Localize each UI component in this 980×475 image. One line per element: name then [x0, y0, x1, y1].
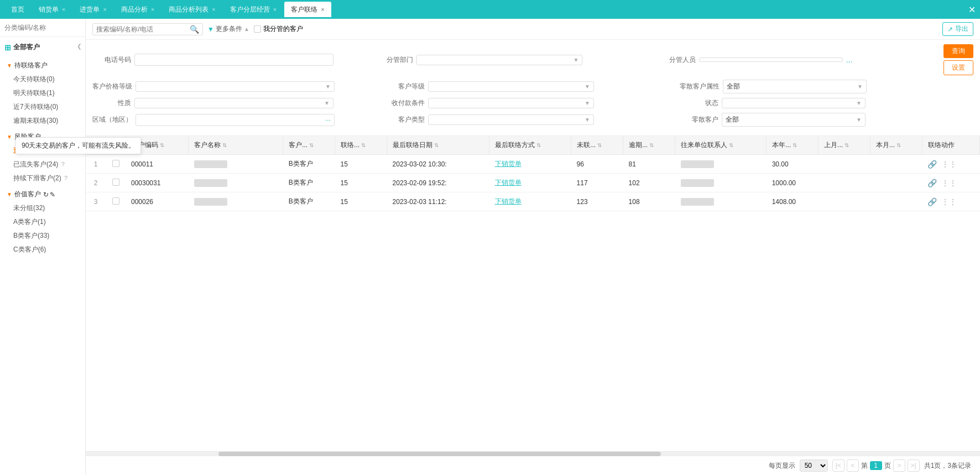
- chevron-down-icon3: ▼: [325, 83, 331, 90]
- last-page-button[interactable]: >|: [908, 460, 920, 472]
- sidebar-item-overdue[interactable]: 逾期未联络(30): [0, 114, 85, 128]
- zero-retail-select[interactable]: 全部 ▼: [722, 113, 866, 127]
- filter-item-customer-type: 客户类型 ▼: [386, 114, 680, 125]
- status-select[interactable]: ▼: [722, 98, 866, 108]
- sidebar-item-today[interactable]: 今天待联络(0): [0, 72, 85, 86]
- sort-icon-cperson[interactable]: ⇅: [729, 142, 733, 148]
- person-more-dots[interactable]: ...: [846, 55, 853, 64]
- region-select[interactable]: ···: [135, 114, 335, 126]
- tab-customer-contact-close[interactable]: ×: [321, 6, 324, 13]
- sidebar-item-tomorrow[interactable]: 明天待联络(1): [0, 86, 85, 100]
- tab-goods-analysis-close[interactable]: ×: [151, 6, 154, 13]
- sort-icon-tmonth[interactable]: ⇅: [896, 142, 901, 148]
- sort-icon-contact[interactable]: ⇅: [361, 142, 366, 148]
- row-contact-person-0: [675, 155, 767, 174]
- sidebar-search-input[interactable]: [4, 24, 86, 32]
- tab-goods-analysis-list[interactable]: 商品分析列表 ×: [162, 2, 222, 17]
- sort-icon-code[interactable]: ⇅: [160, 142, 164, 148]
- action-icon-more-2[interactable]: ⋮⋮: [941, 197, 957, 206]
- sort-icon-method[interactable]: ⇅: [536, 142, 541, 148]
- sidebar-item-declining[interactable]: 持续下滑客户(2) ?: [0, 171, 85, 185]
- action-icon-more-0[interactable]: ⋮⋮: [941, 160, 957, 169]
- customer-type-select[interactable]: ▼: [428, 114, 594, 125]
- row-checkbox-1[interactable]: [106, 174, 126, 192]
- sort-icon-year[interactable]: ⇅: [793, 142, 797, 148]
- page-navigation: |< < 第 1 页 > >|: [832, 460, 920, 472]
- per-page-select[interactable]: 50 20 100: [800, 460, 828, 472]
- first-page-button[interactable]: |<: [832, 460, 845, 472]
- tab-home-label: 首页: [11, 5, 24, 14]
- sort-icon-date[interactable]: ⇅: [434, 142, 439, 148]
- sidebar-item-ungrouped[interactable]: 未分组(32): [0, 201, 85, 215]
- sidebar-item-a-class[interactable]: A类客户(1): [0, 215, 85, 229]
- tab-goods-analysis[interactable]: 商品分析 ×: [114, 2, 161, 17]
- customer-grade-select[interactable]: ▼: [428, 81, 594, 92]
- export-button[interactable]: ↗ 导出: [942, 22, 973, 36]
- person-select[interactable]: [699, 58, 843, 62]
- tab-purchase-close[interactable]: ×: [103, 6, 106, 13]
- more-conditions-arrow: ▲: [244, 26, 249, 32]
- sidebar-item-lost[interactable]: 已流失客户(24) ?: [0, 158, 85, 171]
- dept-select[interactable]: ▼: [416, 55, 582, 65]
- refresh-icon[interactable]: ↻: [43, 191, 49, 199]
- tab-goods-analysis-list-close[interactable]: ×: [212, 6, 215, 13]
- table-row: 2 00030031 B类客户 15 2023-02-09 19:52: 下销货…: [86, 174, 980, 192]
- person-label: 分管人员: [657, 55, 696, 65]
- tab-sales-label: 销货单: [39, 5, 59, 14]
- tab-goods-analysis-list-label: 商品分析列表: [169, 5, 208, 14]
- sidebar-item-b-class[interactable]: B类客户(33): [0, 229, 85, 243]
- payment-select[interactable]: ▼: [428, 98, 594, 108]
- action-icon-link-1[interactable]: 🔗: [927, 179, 937, 187]
- tab-customer-contact[interactable]: 客户联络 ×: [284, 2, 331, 17]
- table-row: 1 000011 B类客户 15 2023-03-02 10:30: 下销货单 …: [86, 155, 980, 174]
- row-code-2: 000026: [126, 192, 189, 211]
- sidebar-all-customers-title[interactable]: ⊞ 全部客户 《: [0, 39, 85, 55]
- my-customers-checkbox[interactable]: [254, 25, 261, 33]
- tab-sales[interactable]: 销货单 ×: [32, 2, 72, 17]
- region-more-dots[interactable]: ···: [325, 116, 331, 124]
- row-type-1: B类客户: [283, 174, 335, 192]
- price-grade-select[interactable]: ▼: [135, 81, 335, 92]
- row-checkbox-2[interactable]: [106, 192, 126, 211]
- filter-item-status: 状态 ▼: [680, 98, 973, 108]
- sidebar-item-c-class[interactable]: C类客户(6): [0, 243, 85, 257]
- row-type-2: B类客户: [283, 192, 335, 211]
- toolbar-search-input[interactable]: [96, 25, 190, 33]
- row-checkbox-0[interactable]: [106, 155, 126, 174]
- tab-customer-tier-close[interactable]: ×: [273, 6, 277, 13]
- sort-icon-nocontact[interactable]: ⇅: [597, 142, 602, 148]
- tab-purchase[interactable]: 进货单 ×: [73, 2, 113, 17]
- sort-icon-overdue[interactable]: ⇅: [649, 142, 654, 148]
- sidebar-group-value-title[interactable]: ▼ 价值客户 ↻ ✎: [0, 187, 85, 201]
- horizontal-scrollbar[interactable]: [86, 451, 980, 456]
- prev-page-button[interactable]: <: [847, 460, 859, 472]
- edit-icon[interactable]: ✎: [50, 191, 55, 199]
- zero-retail-attr-select[interactable]: 全部 ▼: [723, 80, 867, 93]
- sidebar-collapse-icon[interactable]: 《: [74, 43, 81, 52]
- sidebar-item-7days[interactable]: 近7天待联络(0): [0, 100, 85, 114]
- sort-icon-type[interactable]: ⇅: [309, 142, 314, 148]
- toolbar-search-icon[interactable]: 🔍: [190, 25, 199, 34]
- action-icon-more-1[interactable]: ⋮⋮: [941, 179, 957, 187]
- sidebar-group-pending-title[interactable]: ▼ 待联络客户: [0, 59, 85, 72]
- tab-customer-tier[interactable]: 客户分层经营 ×: [223, 2, 283, 17]
- settings-button[interactable]: 设置: [943, 60, 973, 75]
- next-page-button[interactable]: >: [893, 460, 905, 472]
- my-customers-toggle[interactable]: 我分管的客户: [254, 24, 303, 34]
- phone-input[interactable]: [134, 54, 333, 66]
- tab-sales-close[interactable]: ×: [62, 6, 65, 13]
- more-conditions-button[interactable]: ▼ 更多条件 ▲: [207, 24, 249, 34]
- row-last-method-2[interactable]: 下销货单: [489, 192, 571, 211]
- row-last-method-1[interactable]: 下销货单: [489, 174, 571, 192]
- tab-home[interactable]: 首页: [4, 2, 31, 17]
- row-last-method-0[interactable]: 下销货单: [489, 155, 571, 174]
- gender-select[interactable]: ▼: [134, 98, 333, 108]
- sort-icon-name[interactable]: ⇅: [222, 142, 227, 148]
- sort-icon-lmonth[interactable]: ⇅: [845, 142, 849, 148]
- action-icon-link-0[interactable]: 🔗: [927, 160, 937, 169]
- query-button[interactable]: 查询: [943, 44, 973, 58]
- window-close-button[interactable]: ✕: [968, 4, 976, 15]
- toolbar-search-box: 🔍: [92, 23, 203, 35]
- scrollbar-thumb[interactable]: [218, 452, 661, 456]
- action-icon-link-2[interactable]: 🔗: [927, 197, 937, 206]
